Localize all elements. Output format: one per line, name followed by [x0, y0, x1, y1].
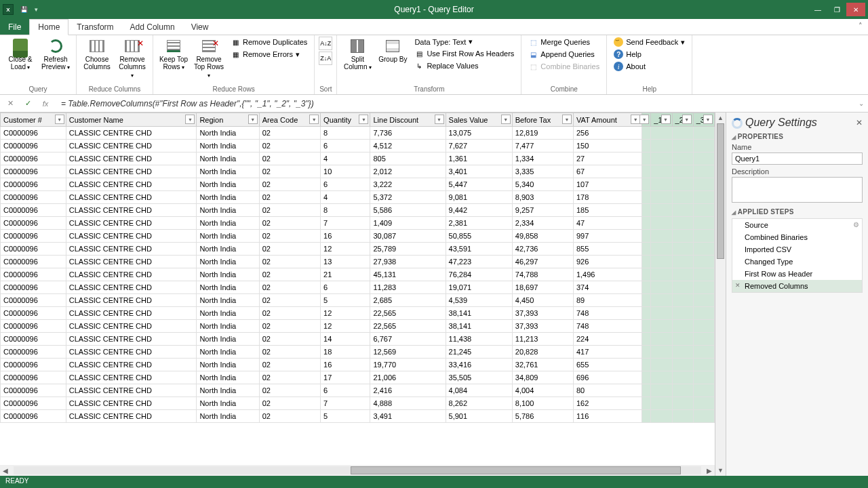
cell-extra[interactable] — [642, 268, 651, 281]
cell[interactable]: 1,361 — [446, 152, 512, 165]
cell[interactable]: North India — [197, 256, 259, 268]
cell-extra[interactable] — [651, 410, 672, 423]
cell[interactable]: North India — [197, 191, 259, 204]
cell-extra[interactable] — [651, 165, 672, 178]
cell-extra[interactable] — [651, 178, 672, 191]
cell[interactable]: CLASSIC CENTRE CHD — [66, 165, 197, 178]
cell[interactable]: 5,372 — [370, 191, 446, 204]
cell[interactable]: 12 — [321, 243, 370, 256]
cell[interactable]: North India — [197, 410, 259, 423]
cell[interactable]: 2,334 — [512, 217, 573, 230]
cell[interactable]: 7 — [321, 397, 370, 410]
cell-extra[interactable] — [642, 294, 651, 307]
cell-extra[interactable] — [693, 320, 714, 333]
cell-extra[interactable] — [672, 217, 693, 230]
cell[interactable]: 02 — [259, 346, 320, 359]
cell-extra[interactable] — [651, 191, 672, 204]
query-name-input[interactable] — [732, 152, 863, 165]
table-row[interactable]: C0000096CLASSIC CENTRE CHDNorth India021… — [1, 243, 715, 256]
split-column-button[interactable]: Split Column — [341, 37, 374, 73]
cell-extra[interactable] — [642, 384, 651, 397]
cell[interactable]: 16 — [321, 359, 370, 371]
cell[interactable]: 107 — [573, 178, 642, 191]
filter-icon[interactable]: ▼ — [682, 115, 692, 124]
cell-extra[interactable] — [672, 346, 693, 359]
cell-extra[interactable] — [651, 140, 672, 152]
cell-extra[interactable] — [672, 359, 693, 371]
cell[interactable]: CLASSIC CENTRE CHD — [66, 204, 197, 217]
cell[interactable]: 805 — [370, 152, 446, 165]
cell[interactable]: CLASSIC CENTRE CHD — [66, 191, 197, 204]
cell-extra[interactable] — [693, 256, 714, 268]
table-row[interactable]: C0000096CLASSIC CENTRE CHDNorth India021… — [1, 371, 715, 384]
cell[interactable]: 2,012 — [370, 165, 446, 178]
cell[interactable]: C0000096 — [1, 281, 66, 294]
tab-home[interactable]: Home — [29, 19, 68, 35]
cell[interactable]: 13,075 — [446, 127, 512, 140]
cell[interactable]: 185 — [573, 204, 642, 217]
close-load-button[interactable]: Close & Load — [4, 37, 37, 73]
cell[interactable]: 02 — [259, 371, 320, 384]
cell[interactable]: CLASSIC CENTRE CHD — [66, 243, 197, 256]
cell[interactable]: 12 — [321, 320, 370, 333]
cell[interactable]: 6 — [321, 178, 370, 191]
cell-extra[interactable] — [672, 152, 693, 165]
cell[interactable]: North India — [197, 268, 259, 281]
cell[interactable]: C0000096 — [1, 307, 66, 320]
formula-text[interactable]: = Table.RemoveColumns(#"First Row as Hea… — [57, 98, 853, 110]
column-header[interactable]: Quantity▼ — [321, 113, 370, 127]
cell-extra[interactable] — [672, 294, 693, 307]
cell[interactable]: 02 — [259, 204, 320, 217]
cell[interactable]: 27,938 — [370, 256, 446, 268]
cell[interactable]: 926 — [573, 256, 642, 268]
close-button[interactable]: ✕ — [846, 3, 865, 16]
cell[interactable]: 20,828 — [512, 346, 573, 359]
cell-extra[interactable] — [651, 384, 672, 397]
cell[interactable]: 1,496 — [573, 268, 642, 281]
cell[interactable]: 4,004 — [512, 384, 573, 397]
cell[interactable]: C0000096 — [1, 410, 66, 423]
filter-icon[interactable]: ▼ — [661, 115, 671, 124]
hscroll-thumb[interactable] — [351, 466, 681, 474]
cell[interactable]: 3,222 — [370, 178, 446, 191]
cell[interactable]: CLASSIC CENTRE CHD — [66, 127, 197, 140]
cell[interactable]: CLASSIC CENTRE CHD — [66, 359, 197, 371]
cell-extra[interactable] — [651, 359, 672, 371]
cell-extra[interactable] — [672, 191, 693, 204]
cell[interactable]: 02 — [259, 359, 320, 371]
cell[interactable]: 3,335 — [512, 165, 573, 178]
cell[interactable]: C0000096 — [1, 320, 66, 333]
cell-extra[interactable] — [651, 256, 672, 268]
cell-extra[interactable] — [642, 371, 651, 384]
table-row[interactable]: C0000096CLASSIC CENTRE CHDNorth India021… — [1, 333, 715, 346]
cell[interactable]: 5,340 — [512, 178, 573, 191]
cell[interactable]: 80 — [573, 384, 642, 397]
cell[interactable]: 4 — [321, 191, 370, 204]
cell[interactable]: C0000096 — [1, 294, 66, 307]
cell-extra[interactable] — [651, 230, 672, 243]
minimize-button[interactable]: — — [808, 3, 827, 16]
cell[interactable]: CLASSIC CENTRE CHD — [66, 178, 197, 191]
filter-icon[interactable]: ▼ — [562, 115, 572, 124]
cell[interactable]: 30,087 — [370, 230, 446, 243]
filter-icon[interactable]: ▼ — [185, 115, 195, 124]
cell[interactable]: 9,442 — [446, 204, 512, 217]
cell[interactable]: 35,505 — [446, 371, 512, 384]
cell-extra[interactable] — [693, 152, 714, 165]
maximize-button[interactable]: ❐ — [827, 3, 846, 16]
cell[interactable]: 4,539 — [446, 294, 512, 307]
cell[interactable]: 2,685 — [370, 294, 446, 307]
cell[interactable]: C0000096 — [1, 256, 66, 268]
cell[interactable]: 38,141 — [446, 320, 512, 333]
cell[interactable]: 47,223 — [446, 256, 512, 268]
cell[interactable]: 1,409 — [370, 217, 446, 230]
cell[interactable]: 6 — [321, 281, 370, 294]
cell[interactable]: 7,736 — [370, 127, 446, 140]
cell[interactable]: 22,565 — [370, 320, 446, 333]
cell[interactable]: 655 — [573, 359, 642, 371]
cell[interactable]: 9,257 — [512, 204, 573, 217]
cell[interactable]: 9,081 — [446, 191, 512, 204]
ribbon-collapse-icon[interactable]: ˄ — [853, 19, 868, 35]
cell[interactable]: CLASSIC CENTRE CHD — [66, 281, 197, 294]
cell[interactable]: CLASSIC CENTRE CHD — [66, 230, 197, 243]
